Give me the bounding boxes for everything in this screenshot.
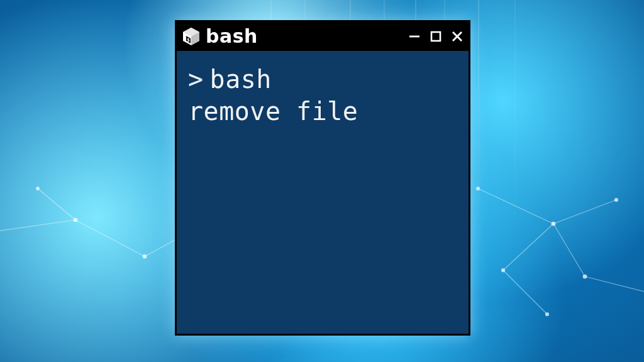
prompt-symbol: > [188,65,204,94]
maximize-button[interactable] [428,29,443,44]
titlebar[interactable]: $ bash [177,22,469,51]
terminal-line-1: bash [210,65,272,94]
terminal-window: $ bash >bash remove file [175,20,470,336]
window-controls [407,29,465,44]
maximize-icon [430,30,442,43]
terminal-line-2: remove file [188,97,358,126]
minimize-button[interactable] [407,29,422,44]
svg-rect-25 [431,32,440,41]
svg-text:$: $ [187,37,190,43]
minimize-icon [408,30,421,43]
window-title: bash [206,27,402,46]
bg-streak [514,0,516,362]
bash-cube-icon: $ [182,27,201,46]
close-icon [451,30,464,43]
terminal-body[interactable]: >bash remove file [177,51,469,334]
close-button[interactable] [450,29,465,44]
